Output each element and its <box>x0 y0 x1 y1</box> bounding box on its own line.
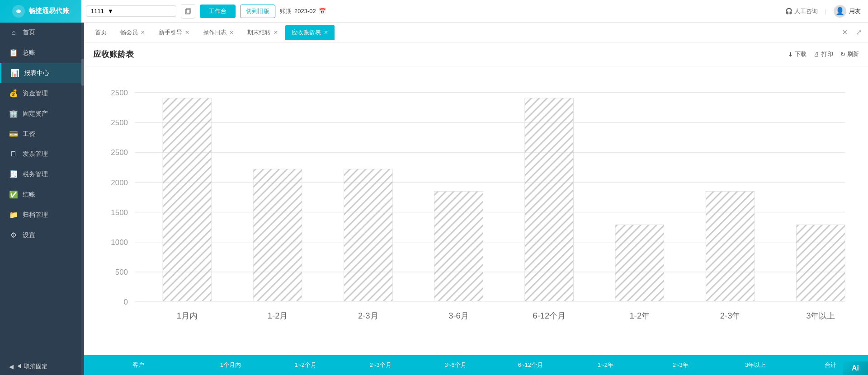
tab-label-home: 首页 <box>95 28 107 37</box>
th-客户: 客户 <box>84 361 193 369</box>
refresh-icon: ↻ <box>840 51 845 58</box>
svg-text:1-2年: 1-2年 <box>630 311 650 320</box>
sidebar-icon-invoice: 🗒 <box>9 150 18 158</box>
tab-home[interactable]: 首页 <box>89 25 113 40</box>
chart-area: 2500 2500 2500 2000 1500 1000 500 0 <box>84 66 868 355</box>
tab-close-member[interactable]: ✕ <box>141 29 145 36</box>
th-1~2年: 1~2年 <box>568 361 643 369</box>
user-area[interactable]: 👤 用友 <box>834 5 861 18</box>
sidebar-icon-home: ⌂ <box>9 28 18 37</box>
tab-log[interactable]: 操作日志✕ <box>197 25 240 40</box>
company-name: 1111 <box>91 8 104 14</box>
sidebar-icon-settle: ✅ <box>9 190 18 199</box>
th-1个月内: 1个月内 <box>193 361 268 369</box>
sidebar-icon-report: 📊 <box>10 69 19 77</box>
maximize-tab-btn[interactable]: ⤢ <box>854 26 863 38</box>
sidebar-item-asset[interactable]: 🏢 固定资产 <box>0 103 81 124</box>
svg-text:1500: 1500 <box>111 208 128 217</box>
tab-close-period-end[interactable]: ✕ <box>274 29 278 36</box>
sidebar-item-report[interactable]: 📊 报表中心 <box>0 63 81 83</box>
page-actions: ⬇ 下载 🖨 打印 ↻ 刷新 <box>788 50 859 58</box>
bar-2-3月[interactable] <box>344 169 392 301</box>
svg-text:2-3月: 2-3月 <box>358 311 378 320</box>
switch-version-button[interactable]: 切到旧版 <box>240 5 275 18</box>
bar-3年以上[interactable] <box>796 225 845 301</box>
sidebar-item-settings[interactable]: ⚙ 设置 <box>0 225 81 245</box>
sidebar-icon-settings: ⚙ <box>9 231 18 239</box>
tab-aging[interactable]: 应收账龄表✕ <box>285 25 335 40</box>
th-2~3年: 2~3年 <box>643 361 718 369</box>
th-2~3个月: 2~3个月 <box>343 361 418 369</box>
th-6~12个月: 6~12个月 <box>493 361 568 369</box>
company-selector[interactable]: 1111 ▼ <box>86 5 176 17</box>
print-button[interactable]: 🖨 打印 <box>814 50 833 58</box>
selector-arrow: ▼ <box>108 8 113 14</box>
tab-member[interactable]: 畅会员✕ <box>114 25 151 40</box>
tab-period-end[interactable]: 期末结转✕ <box>241 25 284 40</box>
sidebar-label-fund: 资金管理 <box>23 89 48 98</box>
svg-text:2500: 2500 <box>111 118 128 127</box>
tab-close-guide[interactable]: ✕ <box>185 29 189 36</box>
bar-3-6月[interactable] <box>434 191 483 301</box>
sidebar-item-tax[interactable]: 🧾 税务管理 <box>0 164 81 184</box>
sidebar-label-settle: 结账 <box>23 191 35 199</box>
svg-text:500: 500 <box>115 268 128 277</box>
close-tab-btn[interactable]: ✕ <box>840 26 849 38</box>
svg-text:2000: 2000 <box>111 178 128 187</box>
tabs-actions: ✕ ⤢ <box>840 26 863 38</box>
sidebar-item-archive[interactable]: 📁 归档管理 <box>0 205 81 225</box>
download-button[interactable]: ⬇ 下载 <box>788 50 807 58</box>
th-1~2个月: 1~2个月 <box>268 361 343 369</box>
sidebar-item-fund[interactable]: 💰 资金管理 <box>0 83 81 103</box>
calendar-icon[interactable]: 📅 <box>319 8 326 14</box>
sidebar-item-invoice[interactable]: 🗒 发票管理 <box>0 144 81 164</box>
tab-label-log: 操作日志 <box>203 28 226 37</box>
sidebar-label-tax: 税务管理 <box>23 170 48 178</box>
consultant-button[interactable]: 🎧 人工咨询 <box>785 7 818 15</box>
refresh-button[interactable]: ↻ 刷新 <box>840 50 859 58</box>
download-icon: ⬇ <box>788 51 793 58</box>
sidebar-item-ledger[interactable]: 📋 总账 <box>0 42 81 63</box>
svg-text:3年以上: 3年以上 <box>806 311 835 320</box>
sidebar-icon-fund: 💰 <box>9 89 18 98</box>
user-name: 用友 <box>849 7 861 15</box>
sidebar-icon-ledger: 📋 <box>9 48 18 57</box>
svg-text:2500: 2500 <box>111 148 128 157</box>
page-title: 应收账龄表 <box>93 49 134 60</box>
tab-guide[interactable]: 新手引导✕ <box>152 25 196 40</box>
tab-label-guide: 新手引导 <box>159 28 182 37</box>
main-layout: ⌂ 首页 📋 总账 📊 报表中心 💰 资金管理 🏢 固定资产 💳 工资 🗒 发票… <box>0 23 868 375</box>
sidebar-icon-tax: 🧾 <box>9 170 18 178</box>
content-area: 首页畅会员✕新手引导✕操作日志✕期末结转✕应收账龄表✕ ✕ ⤢ 应收账龄表 ⬇ … <box>84 23 868 375</box>
sidebar-item-settle[interactable]: ✅ 结账 <box>0 184 81 205</box>
sidebar-icon-salary: 💳 <box>9 130 18 138</box>
tab-close-log[interactable]: ✕ <box>229 29 234 36</box>
sidebar-item-salary[interactable]: 💳 工资 <box>0 124 81 144</box>
svg-text:2-3年: 2-3年 <box>720 311 741 320</box>
bar-2-3年[interactable] <box>706 191 755 301</box>
ai-badge[interactable]: Ai <box>843 361 868 375</box>
tab-close-aging[interactable]: ✕ <box>324 29 328 36</box>
sidebar-label-home: 首页 <box>23 28 35 37</box>
period-value: 2023-02 <box>294 8 316 14</box>
bar-1-2月[interactable] <box>253 169 302 301</box>
workbench-button[interactable]: 工作台 <box>200 5 236 18</box>
copy-icon-btn[interactable] <box>181 4 195 19</box>
bar-1-2年[interactable] <box>615 225 664 301</box>
avatar: 👤 <box>834 5 846 18</box>
bar-6-12个月[interactable] <box>525 98 574 301</box>
header-right: 🎧 人工咨询 | 👤 用友 <box>785 5 861 18</box>
logo: 畅捷通易代账 <box>0 0 81 23</box>
unpin-icon: ◀ <box>9 363 14 370</box>
table-header: 客户1个月内1~2个月2~3个月3~6个月6~12个月1~2年2~3年3年以上合… <box>84 355 868 375</box>
tab-label-period-end: 期末结转 <box>247 28 271 37</box>
print-icon: 🖨 <box>814 51 820 58</box>
unpin-button[interactable]: ◀ ◀ 取消固定 <box>0 358 81 375</box>
svg-text:0: 0 <box>124 298 128 306</box>
sidebar-item-home[interactable]: ⌂ 首页 <box>0 23 81 42</box>
bar-1月内[interactable] <box>163 98 212 301</box>
sidebar-label-ledger: 总账 <box>23 49 35 57</box>
svg-text:1月内: 1月内 <box>177 311 198 320</box>
sidebar-label-settings: 设置 <box>23 231 35 239</box>
sidebar-label-invoice: 发票管理 <box>23 150 48 158</box>
